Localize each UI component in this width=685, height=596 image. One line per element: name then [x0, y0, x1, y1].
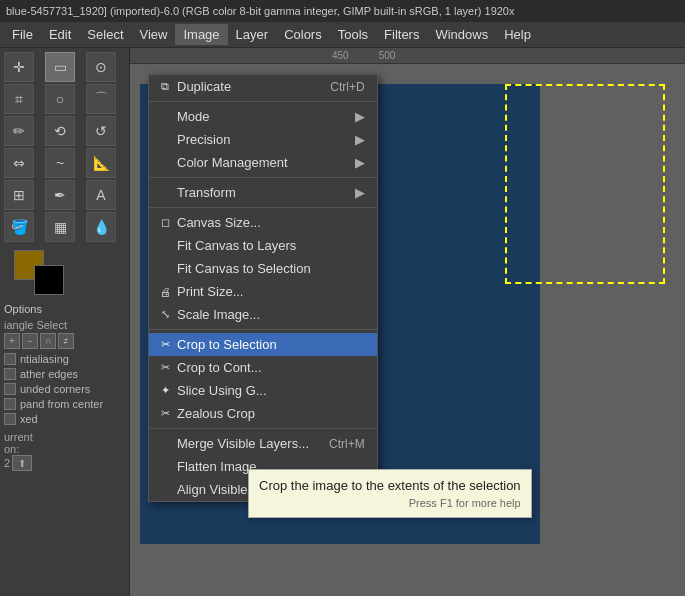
canvas-size-label: Canvas Size...: [177, 215, 261, 230]
menu-entry-print-size[interactable]: 🖨 Print Size...: [149, 280, 377, 303]
crop-cont-icon: ✂: [157, 360, 173, 376]
ruler-label: 450: [332, 50, 349, 61]
tool-align[interactable]: ⊞: [4, 180, 34, 210]
fit-layers-label: Fit Canvas to Layers: [177, 238, 296, 253]
zealous-crop-label: Zealous Crop: [177, 406, 255, 421]
menu-colors[interactable]: Colors: [276, 24, 330, 45]
menu-tools[interactable]: Tools: [330, 24, 376, 45]
menu-entry-duplicate[interactable]: ⧉ Duplicate Ctrl+D: [149, 75, 377, 98]
tool-measure[interactable]: 📐: [86, 148, 116, 178]
menu-entry-fit-selection[interactable]: Fit Canvas to Selection: [149, 257, 377, 280]
menu-entry-crop-cont[interactable]: ✂ Crop to Cont...: [149, 356, 377, 379]
mode-btn-4[interactable]: ≠: [58, 333, 74, 349]
tool-crop[interactable]: ⌗: [4, 84, 34, 114]
menu-entry-crop-selection[interactable]: ✂ Crop to Selection: [149, 333, 377, 356]
menu-entry-merge-visible[interactable]: Merge Visible Layers... Ctrl+M: [149, 432, 377, 455]
print-size-label: Print Size...: [177, 284, 243, 299]
fixed-check[interactable]: [4, 413, 16, 425]
current-label: urrent: [4, 431, 125, 443]
menu-entry-flatten-image[interactable]: Flatten Image: [149, 455, 377, 478]
title-bar: blue-5457731_1920] (imported)-6.0 (RGB c…: [0, 0, 685, 22]
menu-entry-align-visible[interactable]: Align Visible Layers...: [149, 478, 377, 501]
crop-selection-label: Crop to Selection: [177, 337, 277, 352]
tool-bucket[interactable]: 🪣: [4, 212, 34, 242]
menu-entry-precision[interactable]: Precision ▶: [149, 128, 377, 151]
tool-grid: ✛ ▭ ⊙ ⌗ ○ ⌒ ✏ ⟲ ↺ ⇔ ~ 📐 ⊞ ✒ A 🪣 ▦ 💧: [4, 52, 125, 242]
tool-move[interactable]: ✛: [4, 52, 34, 82]
tool-path[interactable]: ✒: [45, 180, 75, 210]
color-management-arrow: ▶: [355, 155, 365, 170]
scale-image-label: Scale Image...: [177, 307, 260, 322]
tool-pencil[interactable]: ✏: [4, 116, 34, 146]
antialiasing-check[interactable]: [4, 353, 16, 365]
menu-entry-slice-using[interactable]: ✦ Slice Using G...: [149, 379, 377, 402]
menu-help[interactable]: Help: [496, 24, 539, 45]
mode-btn-1[interactable]: +: [4, 333, 20, 349]
duplicate-label: Duplicate: [177, 79, 231, 94]
expand-center-check[interactable]: [4, 398, 16, 410]
menu-entry-zealous-crop[interactable]: ✂ Zealous Crop: [149, 402, 377, 425]
menu-image[interactable]: Image: [175, 24, 227, 45]
value-spinner[interactable]: ⬆: [12, 455, 32, 471]
menu-edit[interactable]: Edit: [41, 24, 79, 45]
transform-arrow: ▶: [355, 185, 365, 200]
image-menu-dropdown: ⧉ Duplicate Ctrl+D Mode ▶ Precision ▶ Co…: [148, 74, 378, 502]
tool-fuzzy[interactable]: ⊙: [86, 52, 116, 82]
sep-1: [149, 101, 377, 102]
sep-5: [149, 428, 377, 429]
tool-text[interactable]: A: [86, 180, 116, 210]
tool-free-select[interactable]: ⌒: [86, 84, 116, 114]
flatten-image-label: Flatten Image: [177, 459, 257, 474]
mode-btn-3[interactable]: ∩: [40, 333, 56, 349]
scale-image-icon: ⤡: [157, 307, 173, 323]
menu-entry-scale-image[interactable]: ⤡ Scale Image...: [149, 303, 377, 326]
selection-border: [505, 84, 665, 284]
fixed-row: xed: [4, 413, 125, 425]
ruler-label-2: 500: [379, 50, 396, 61]
zealous-crop-icon: ✂: [157, 406, 173, 422]
menu-file[interactable]: File: [4, 24, 41, 45]
crop-cont-label: Crop to Cont...: [177, 360, 262, 375]
background-color[interactable]: [34, 265, 64, 295]
tool-ellipse[interactable]: ○: [45, 84, 75, 114]
expand-center-label: pand from center: [20, 398, 103, 410]
tool-warp[interactable]: ~: [45, 148, 75, 178]
menu-entry-transform[interactable]: Transform ▶: [149, 181, 377, 204]
left-toolbar: ✛ ▭ ⊙ ⌗ ○ ⌒ ✏ ⟲ ↺ ⇔ ~ 📐 ⊞ ✒ A 🪣 ▦ 💧 Opti…: [0, 48, 130, 596]
ruler-horizontal: 450 500: [130, 48, 685, 64]
rounded-corners-check[interactable]: [4, 383, 16, 395]
menu-layer[interactable]: Layer: [228, 24, 277, 45]
menu-entry-canvas-size[interactable]: ◻ Canvas Size...: [149, 211, 377, 234]
main-content: ✛ ▭ ⊙ ⌗ ○ ⌒ ✏ ⟲ ↺ ⇔ ~ 📐 ⊞ ✒ A 🪣 ▦ 💧 Opti…: [0, 48, 685, 596]
menu-view[interactable]: View: [132, 24, 176, 45]
tool-eyedrop[interactable]: 💧: [86, 212, 116, 242]
feather-edges-label: ather edges: [20, 368, 78, 380]
antialiasing-row: ntialiasing: [4, 353, 125, 365]
sep-3: [149, 207, 377, 208]
mode-btn-2[interactable]: −: [22, 333, 38, 349]
menu-filters[interactable]: Filters: [376, 24, 427, 45]
rounded-corners-label: unded corners: [20, 383, 90, 395]
menu-windows[interactable]: Windows: [427, 24, 496, 45]
duplicate-icon: ⧉: [157, 79, 173, 95]
tool-gradient[interactable]: ▦: [45, 212, 75, 242]
tool-rect-select[interactable]: ▭: [45, 52, 75, 82]
crop-selection-icon: ✂: [157, 337, 173, 353]
tool-flip[interactable]: ⇔: [4, 148, 34, 178]
title-text: blue-5457731_1920] (imported)-6.0 (RGB c…: [6, 5, 515, 17]
feather-edges-row: ather edges: [4, 368, 125, 380]
feather-edges-check[interactable]: [4, 368, 16, 380]
menu-entry-mode[interactable]: Mode ▶: [149, 105, 377, 128]
tool-transform[interactable]: ⟲: [45, 116, 75, 146]
menu-select[interactable]: Select: [79, 24, 131, 45]
tool-rotate[interactable]: ↺: [86, 116, 116, 146]
value-row: 2 ⬆: [4, 455, 125, 471]
align-visible-label: Align Visible Layers...: [177, 482, 301, 497]
sep-4: [149, 329, 377, 330]
duplicate-shortcut: Ctrl+D: [310, 80, 364, 94]
menu-entry-color-management[interactable]: Color Management ▶: [149, 151, 377, 174]
antialiasing-label: ntialiasing: [20, 353, 69, 365]
value-number: 2: [4, 457, 10, 469]
menu-entry-fit-layers[interactable]: Fit Canvas to Layers: [149, 234, 377, 257]
tool-mode-buttons: + − ∩ ≠: [4, 333, 125, 349]
